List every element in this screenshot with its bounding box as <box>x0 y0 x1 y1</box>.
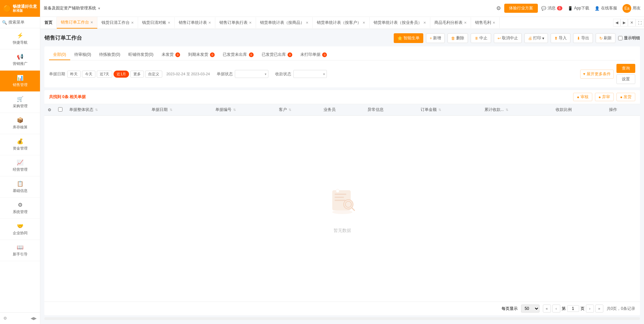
tab-sales-stats[interactable]: 销售订单统计表 ✕ <box>175 17 215 28</box>
collapse-icon[interactable]: ◀▶ <box>31 316 37 321</box>
export-button[interactable]: ⬇ 导出 <box>573 33 593 43</box>
pause-button[interactable]: ⏸ 中止 <box>471 33 491 43</box>
last-page-btn[interactable]: » <box>595 305 603 313</box>
first-page-btn[interactable]: « <box>543 305 551 313</box>
filter-tab-wangpu-ship[interactable]: 旺铺待发货(0) <box>124 50 158 60</box>
filter-tab-shipped-not-out[interactable]: 已发货未出库 0 <box>219 50 257 60</box>
ship-button[interactable]: ● 发货 <box>616 93 635 101</box>
sort-icon-7[interactable]: ⇅ <box>506 108 508 112</box>
sidebar-item-basic-info[interactable]: 📋 基础信息 <box>0 176 40 198</box>
sort-icon-0[interactable]: ⇅ <box>95 108 98 112</box>
tab-goods-stats-product[interactable]: 销货单统计表（按商品） ✕ <box>256 17 313 28</box>
tab-cash-daily-close[interactable]: ✕ <box>131 21 134 25</box>
tab-sales-margin-close[interactable]: ✕ <box>492 21 495 25</box>
tab-sales-exec[interactable]: 销售订单执行表 ✕ <box>215 17 256 28</box>
settings-gear-icon[interactable]: ⚙ <box>496 5 501 11</box>
settings-bottom-icon[interactable]: ⚙ <box>3 316 7 321</box>
status-select[interactable] <box>235 70 268 78</box>
sidebar-item-search[interactable]: 🔍 搜索菜单 <box>0 17 40 28</box>
app-download-action[interactable]: 📱 App下载 <box>568 5 589 11</box>
sort-icon-3[interactable]: ⇅ <box>289 108 291 112</box>
filter-tab-all[interactable]: 全部(0) <box>49 50 70 60</box>
tab-scroll-right[interactable]: ▶ <box>620 19 628 27</box>
tab-goods-stats-customer[interactable]: 销货单统计表（按客户） ✕ <box>313 17 370 28</box>
tab-sales-workbench[interactable]: 销售订单工作台 ✕ <box>57 17 97 29</box>
setting-button[interactable]: 设置 <box>616 74 635 84</box>
date-btn-today[interactable]: 今天 <box>82 71 95 78</box>
tab-cash-daily[interactable]: 钱货日清工作台 ✕ <box>97 17 138 28</box>
sidebar-item-enterprise[interactable]: 🤝 企业协同 <box>0 219 40 240</box>
print-button[interactable]: 🖨 打印 ▾ <box>524 33 548 43</box>
sidebar-item-sales[interactable]: 📊 销售管理 <box>0 71 40 92</box>
tab-home[interactable]: 首页 <box>40 17 57 28</box>
filter-tab-pending-audit[interactable]: 待审核(0) <box>70 50 95 60</box>
tab-sales-workbench-close[interactable]: ✕ <box>90 21 93 24</box>
horizontal-scrollbar[interactable] <box>44 317 640 320</box>
tab-sales-exec-close[interactable]: ✕ <box>249 21 252 25</box>
sidebar-item-quicknav[interactable]: ⚡ 快捷导航 <box>0 28 40 49</box>
table-scroll[interactable]: ⚙ 单据整体状态 ⇅ 单据日期 ⇅ <box>44 104 640 116</box>
sidebar-item-finance[interactable]: 💰 资金管理 <box>0 134 40 155</box>
date-btn-custom[interactable]: 自定义 <box>145 71 162 78</box>
current-page-input[interactable] <box>567 305 579 312</box>
payment-select[interactable] <box>293 70 327 78</box>
smart-create-button[interactable]: ⭐ 智能生单 <box>394 33 423 43</box>
sidebar-item-system[interactable]: ⚙ 系统管理 <box>0 198 40 219</box>
user-menu[interactable]: Ea 用友 <box>622 4 641 13</box>
filter-status: 单据状态 <box>217 70 268 78</box>
audit-button[interactable]: ● 审核 <box>573 93 592 101</box>
expand-conditions-button[interactable]: ▾ 展开更多条件 <box>580 70 614 79</box>
filter-tab-pending-inspect[interactable]: 待拣验货(0) <box>95 50 124 60</box>
cancel-audit-button[interactable]: ● 弃审 <box>595 93 614 101</box>
module-arrow-icon[interactable]: ▾ <box>98 6 100 11</box>
tab-sales-exec-label: 销售订单执行表 <box>219 20 248 26</box>
show-detail-toggle[interactable]: 显示明细 <box>618 35 640 41</box>
delete-button[interactable]: 🗑 删除 <box>447 33 468 43</box>
date-btn-yesterday[interactable]: 昨天 <box>67 71 81 78</box>
sidebar-item-management[interactable]: 📈 经营管理 <box>0 155 40 176</box>
tab-goods-stats-customer-close[interactable]: ✕ <box>362 21 365 25</box>
filter-tab-shipped-out[interactable]: 已发货已出库 0 <box>258 50 296 60</box>
tab-cash-reconcile[interactable]: 钱货日清对账 ✕ <box>138 17 175 28</box>
add-button[interactable]: + 新增 <box>426 33 445 43</box>
date-btn-1month[interactable]: 近1月 <box>114 71 129 78</box>
sort-icon-6[interactable]: ⇅ <box>438 108 441 112</box>
date-btn-7days[interactable]: 近7天 <box>97 71 112 78</box>
show-detail-checkbox[interactable] <box>618 36 622 40</box>
sidebar-item-inventory[interactable]: 📦 库存核算 <box>0 113 40 134</box>
filter-tab-overdue-unshipped[interactable]: 到期未发货 0 <box>184 50 219 60</box>
tab-goods-stats-staff[interactable]: 销货单统计表（按业务员） ✕ <box>370 17 430 28</box>
sidebar-item-marketing[interactable]: 📢 营销推广 <box>0 49 40 71</box>
select-all-checkbox[interactable] <box>58 107 62 112</box>
tab-close-all[interactable]: ✕ <box>628 19 636 27</box>
sidebar-item-purchase[interactable]: 🛒 采购管理 <box>0 92 40 113</box>
prev-page-btn[interactable]: ‹ <box>552 305 560 313</box>
cancel-pause-button[interactable]: ↩ 取消中止 <box>494 33 522 43</box>
column-settings-icon[interactable]: ⚙ <box>48 108 51 112</box>
tab-goods-stats-staff-close[interactable]: ✕ <box>423 21 426 25</box>
online-service-action[interactable]: 👤 在线客服 <box>595 5 617 11</box>
tab-fullscreen[interactable]: ⛶ <box>636 19 644 27</box>
sort-icon-1[interactable]: ⇅ <box>170 108 172 112</box>
filter-tab-unprinted[interactable]: 未打印单据 0 <box>296 50 331 60</box>
query-button[interactable]: 查询 <box>616 64 635 73</box>
import-button[interactable]: ⬆ 导入 <box>551 33 570 43</box>
tab-cash-reconcile-close[interactable]: ✕ <box>168 21 170 25</box>
sort-icon-2[interactable]: ⇅ <box>233 108 236 112</box>
tab-goods-stats-product-close[interactable]: ✕ <box>306 21 308 25</box>
tab-sales-stats-close[interactable]: ✕ <box>208 21 211 25</box>
table-header: ⚙ 单据整体状态 ⇅ 单据日期 ⇅ <box>44 104 640 116</box>
tab-sales-margin[interactable]: 销售毛利 ✕ <box>471 17 500 28</box>
tab-margin-analysis[interactable]: 商品毛利分析表 ✕ <box>430 17 471 28</box>
sidebar-item-guide[interactable]: 📖 新手引导 <box>0 240 40 261</box>
page-size-select[interactable]: 50 100 200 <box>521 305 540 313</box>
next-page-btn[interactable]: › <box>586 305 594 313</box>
filter-tab-unshipped[interactable]: 未发货 0 <box>158 50 184 60</box>
export-label: 导出 <box>581 35 589 41</box>
tab-margin-analysis-close[interactable]: ✕ <box>464 21 467 25</box>
date-btn-more[interactable]: 更多 <box>130 71 144 78</box>
industry-solution-button[interactable]: 体验行业方案 <box>504 4 538 13</box>
messages-action[interactable]: 💬 消息 6 <box>541 5 562 11</box>
tab-scroll-left[interactable]: ◀ <box>613 19 620 27</box>
refresh-button[interactable]: ↻ 刷新 <box>596 33 615 43</box>
